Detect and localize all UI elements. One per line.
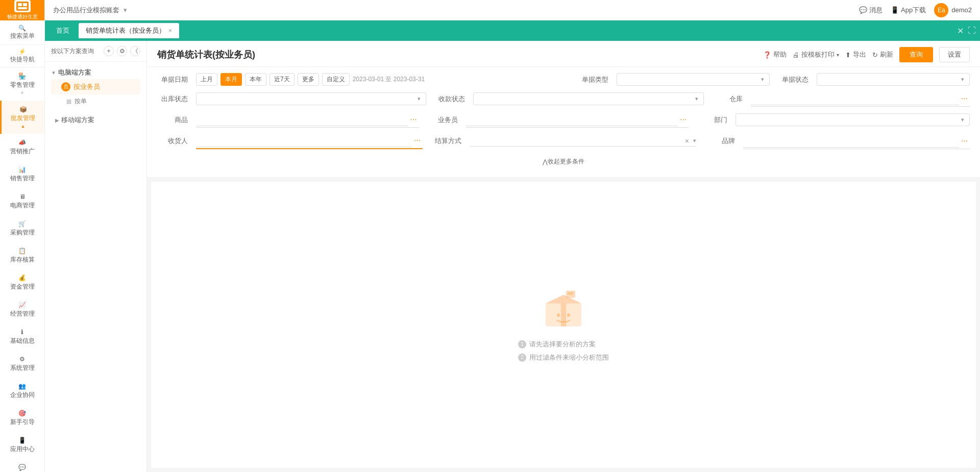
help-icon: ❓ [763,51,771,59]
quick-nav-icon: ⚡ [0,48,44,55]
svg-rect-2 [23,3,27,6]
sidebar-item-base-info[interactable]: ℹ 基础信息 [0,323,44,350]
date-7days-button[interactable]: 近7天 [270,73,295,86]
desktop-scheme-title[interactable]: ▼ 电脑端方案 [51,66,140,79]
consignee-input[interactable] [196,134,412,147]
sidebar-item-wholesale[interactable]: 📦 批发管理 ▲ [0,101,44,134]
sidebar-item-finance[interactable]: 💰 资金管理 [0,269,44,296]
help-button[interactable]: ❓ 帮助 [763,50,787,59]
scheme-by-salesperson[interactable]: 员 按业务员 [51,79,140,95]
logo-icon [14,0,31,12]
payment-method-label: 结算方式 [431,136,461,146]
logo[interactable]: 畅捷通好生意 [0,0,45,20]
mobile-scheme-label: 移动端方案 [61,115,94,125]
date-custom-button[interactable]: 自定义 [322,73,350,86]
consignee-label: 收货人 [157,136,188,146]
page-title-bar: 销货单统计表(按业务员) ❓ 帮助 🖨 按模板打印 ▾ ⬆ 导出 [147,41,980,67]
warehouse-input[interactable] [751,92,959,105]
brand-dots-button[interactable]: ··· [959,136,970,146]
consignee-dots-button[interactable]: ··· [412,136,423,145]
query-button[interactable]: 查询 [899,47,933,62]
salesperson-dots-button[interactable]: ··· [678,115,689,124]
product-label: 商品 [157,115,188,125]
sidebar-item-guide[interactable]: 🎯 新手引导 [0,405,44,432]
product-input[interactable] [196,113,408,126]
date-this-month-button[interactable]: 本月 [220,73,242,86]
brand-input[interactable] [743,134,959,148]
app-download-button[interactable]: 📱 App下载 [891,6,926,15]
page-title: 销货单统计表(按业务员) [157,49,255,61]
desktop-scheme-arrow: ▼ [51,70,56,76]
filter-row-3: 商品 ··· 业务员 ··· 部门 ▾ [157,112,970,128]
payment-method-clear-button[interactable]: × [683,137,691,145]
payment-method-arrow: ▾ [693,137,696,144]
warehouse-dots-button[interactable]: ··· [959,94,970,103]
date-this-year-button[interactable]: 本年 [245,73,266,86]
finance-label: 资金管理 [10,282,35,291]
collapse-icon: 《 [132,47,138,56]
sidebar-item-system[interactable]: ⚙ 系统管理 [0,350,44,377]
tab-close-button[interactable]: × [168,27,172,34]
operations-icon: 📈 [18,301,26,309]
export-button[interactable]: ⬆ 导出 [845,50,866,59]
sidebar-item-sales[interactable]: 📊 销售管理 [0,161,44,188]
svg-rect-1 [18,3,22,6]
wechat-icon: 💬 [18,464,26,471]
sidebar-item-marketing[interactable]: 📣 营销推广 [0,134,44,161]
page-content: 按以下方案查询 + ⚙ 《 ▼ 电脑端方案 [45,41,980,472]
product-dots-button[interactable]: ··· [408,115,419,124]
collapse-filters-button[interactable]: ⋀ 收起更多条件 [157,154,970,169]
scheme-salesperson-icon: 员 [61,82,70,91]
svg-rect-6 [561,303,566,326]
doc-status-select[interactable]: ▾ [817,73,970,86]
sidebar-item-ecommerce[interactable]: 🖥 电商管理 [0,188,44,215]
inventory-icon: 📋 [18,247,26,254]
step-2-text: 用过滤条件来缩小分析范围 [529,351,609,364]
tab-maximize-button[interactable]: ⛶ [968,26,976,35]
tab-close-all-button[interactable]: ✕ [957,26,964,36]
message-button[interactable]: 💬 消息 [859,6,883,15]
salesperson-input-wrapper: ··· [466,112,689,128]
sidebar-item-app-center[interactable]: 📱 应用中心 [0,432,44,459]
brand-input-wrapper: ··· [743,133,970,149]
payment-status-arrow: ▾ [695,96,698,102]
sidebar-item-purchase[interactable]: 🛒 采购管理 [0,215,44,242]
add-scheme-button[interactable]: + [104,46,114,56]
salesperson-input[interactable] [466,113,678,126]
empty-text: 1 请先选择要分析的方案 2 用过滤条件来缩小分析范围 [518,338,609,364]
tab-active[interactable]: 销货单统计表（按业务员） × [79,23,179,38]
sales-icon: 📊 [18,166,26,173]
scheme-order-icon: ⊞ [66,98,71,105]
breadcrumb-dropdown-icon[interactable]: ▾ [124,6,127,14]
sidebar-item-operations[interactable]: 📈 经营管理 [0,296,44,323]
scheme-by-order[interactable]: ⊞ 按单 [51,95,140,108]
sidebar-item-collaboration[interactable]: 👥 企业协同 [0,377,44,405]
sidebar-item-wechat[interactable]: 💬 企业微信 [0,459,44,472]
doc-type-label: 单据类型 [578,75,608,84]
sidebar-item-retail[interactable]: 🏪 零售管理 ▼ [0,67,44,101]
scheme-order-label: 按单 [75,97,87,106]
print-button[interactable]: 🖨 按模板打印 ▾ [793,50,839,59]
payment-status-select[interactable]: ▾ [473,92,703,105]
filter-row-4: 收货人 ··· 结算方式 × ▾ 品牌 [157,133,970,149]
edit-scheme-button[interactable]: ⚙ [117,46,127,56]
mobile-scheme-group[interactable]: ▶ 移动端方案 [45,112,146,128]
department-select[interactable]: ▾ [736,113,970,126]
date-more-button[interactable]: 更多 [298,73,319,86]
collapse-panel-button[interactable]: 《 [130,46,140,56]
quick-nav-item[interactable]: ⚡ 快捷导航 [0,45,44,67]
out-status-select[interactable]: ▾ [196,92,426,105]
tab-home[interactable]: 首页 [49,23,77,38]
user-info[interactable]: Ea demo2 [934,3,972,17]
date-last-month-button[interactable]: 上月 [196,73,217,86]
search-menu-item[interactable]: 🔍 搜索菜单 [0,20,44,45]
top-header: 办公用品行业模拟账套 ▾ 💬 消息 📱 App下载 Ea demo2 [45,0,980,20]
refresh-button[interactable]: ↻ 刷新 [872,50,893,59]
doc-type-select[interactable]: ▾ [617,73,770,86]
sidebar-item-inventory[interactable]: 📋 库存核算 [0,242,44,269]
purchase-icon: 🛒 [18,220,26,227]
settings-button[interactable]: 设置 [939,47,970,62]
ecommerce-label: 电商管理 [10,201,35,210]
svg-point-11 [567,314,570,317]
sales-label: 销售管理 [10,174,35,183]
